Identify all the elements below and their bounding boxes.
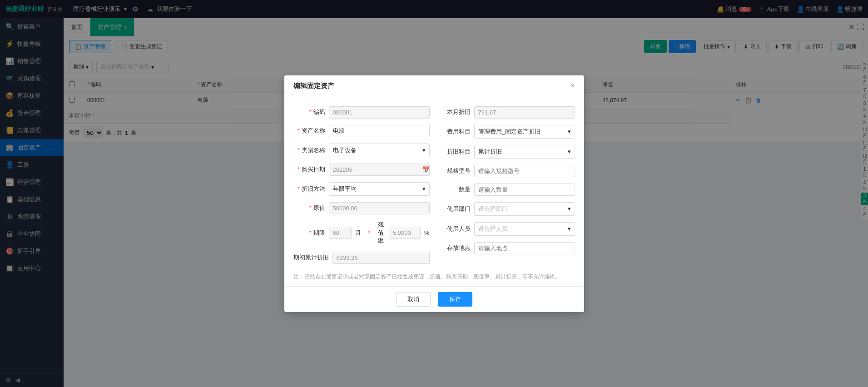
monthly-depreciation-row: 本月折旧 bbox=[439, 106, 575, 119]
modal-overlay: 编辑固定资产 × * 编码 * 资产名称 * 类别名称 bbox=[0, 0, 868, 387]
depreciation-method-select[interactable]: 年限平均 ▾ bbox=[329, 182, 430, 196]
right-column: 本月折旧 费用科目 管理费用_固定资产折旧 ▾ 折旧科目 累计折旧 bbox=[439, 106, 575, 264]
monthly-depreciation-label: 本月折旧 bbox=[439, 108, 471, 116]
person-placeholder: 请选择人员 bbox=[478, 225, 508, 233]
period-label: * 期限 bbox=[293, 229, 325, 237]
name-input[interactable] bbox=[329, 125, 430, 137]
period-input[interactable] bbox=[329, 227, 352, 239]
expense-account-row: 费用科目 管理费用_固定资产折旧 ▾ bbox=[439, 125, 575, 139]
category-select-chevron-icon: ▾ bbox=[422, 147, 426, 154]
department-placeholder: 请选择部门 bbox=[478, 205, 508, 213]
location-input[interactable] bbox=[474, 242, 575, 254]
cancel-button[interactable]: 取消 bbox=[396, 292, 431, 307]
category-value: 电子设备 bbox=[333, 146, 357, 154]
spec-row: 规格型号 bbox=[439, 165, 575, 177]
initial-depreciation-row: 期初累计折旧 bbox=[293, 252, 430, 264]
quantity-label: 数量 bbox=[439, 185, 471, 194]
department-chevron-icon: ▾ bbox=[568, 205, 571, 212]
category-row: * 类别名称 电子设备 ▾ bbox=[293, 144, 430, 157]
depreciation-account-label: 折旧科目 bbox=[439, 148, 471, 156]
modal-close-btn[interactable]: × bbox=[570, 82, 575, 90]
depreciation-account-select[interactable]: 累计折旧 ▾ bbox=[474, 145, 575, 159]
location-row: 存放地点 bbox=[439, 242, 575, 254]
location-label: 存放地点 bbox=[439, 244, 471, 252]
modal-body: * 编码 * 资产名称 * 类别名称 电子设备 ▾ bbox=[284, 97, 584, 273]
modal-title: 编辑固定资产 bbox=[293, 82, 334, 90]
quantity-input[interactable] bbox=[474, 184, 575, 196]
code-row: * 编码 bbox=[293, 106, 430, 119]
department-label: 使用部门 bbox=[439, 205, 471, 213]
person-chevron-icon: ▾ bbox=[568, 225, 571, 232]
period-unit-label: 月 bbox=[355, 229, 361, 237]
spec-label: 规格型号 bbox=[439, 167, 471, 175]
calendar-icon[interactable]: 📅 bbox=[422, 166, 430, 173]
residual-rate-label: 残值率 bbox=[378, 221, 385, 245]
edit-asset-modal: 编辑固定资产 × * 编码 * 资产名称 * 类别名称 bbox=[284, 75, 584, 312]
expense-account-label: 费用科目 bbox=[439, 128, 471, 136]
name-label: * 资产名称 bbox=[293, 127, 325, 135]
person-select[interactable]: 请选择人员 ▾ bbox=[474, 222, 575, 236]
modal-header: 编辑固定资产 × bbox=[284, 75, 584, 97]
original-value-label: * 原值 bbox=[293, 204, 325, 212]
original-value-input[interactable] bbox=[329, 202, 430, 214]
initial-depreciation-label: 期初累计折旧 bbox=[293, 253, 329, 262]
percent-unit-label: % bbox=[424, 229, 430, 236]
initial-depreciation-input[interactable] bbox=[332, 252, 430, 264]
depreciation-account-row: 折旧科目 累计折旧 ▾ bbox=[439, 145, 575, 159]
spec-input[interactable] bbox=[474, 165, 575, 177]
monthly-depreciation-input[interactable] bbox=[474, 106, 575, 119]
depreciation-account-value: 累计折旧 bbox=[478, 148, 502, 156]
residual-rate-input[interactable] bbox=[389, 227, 421, 239]
category-select[interactable]: 电子设备 ▾ bbox=[329, 144, 430, 157]
department-row: 使用部门 请选择部门 ▾ bbox=[439, 202, 575, 216]
department-select[interactable]: 请选择部门 ▾ bbox=[474, 202, 575, 216]
depreciation-method-chevron-icon: ▾ bbox=[422, 185, 426, 192]
modal-note: 注：已经存在变更记录或者对应固定资产已经生成凭证，原值、购买日期、残值率、累计折… bbox=[284, 273, 584, 286]
category-label: * 类别名称 bbox=[293, 146, 325, 154]
person-label: 使用人员 bbox=[439, 225, 471, 233]
note-text: 注：已经存在变更记录或者对应固定资产已经生成凭证，原值、购买日期、残值率、累计折… bbox=[293, 273, 560, 280]
depreciation-method-row: * 折旧方法 年限平均 ▾ bbox=[293, 182, 430, 196]
quantity-row: 数量 bbox=[439, 184, 575, 196]
modal-footer: 取消 保存 bbox=[284, 286, 584, 312]
period-row: * 期限 月 * 残值率 % bbox=[293, 221, 430, 245]
expense-account-value: 管理费用_固定资产折旧 bbox=[478, 128, 541, 136]
depreciation-method-label: * 折旧方法 bbox=[293, 185, 325, 193]
purchase-date-label: * 购买日期 bbox=[293, 165, 325, 174]
purchase-date-row: * 购买日期 📅 bbox=[293, 164, 430, 176]
person-row: 使用人员 请选择人员 ▾ bbox=[439, 222, 575, 236]
purchase-date-input[interactable] bbox=[329, 164, 430, 176]
code-input[interactable] bbox=[329, 106, 430, 119]
expense-account-chevron-icon: ▾ bbox=[568, 128, 571, 135]
depreciation-method-value: 年限平均 bbox=[333, 185, 357, 193]
save-button[interactable]: 保存 bbox=[438, 292, 472, 307]
expense-account-select[interactable]: 管理费用_固定资产折旧 ▾ bbox=[474, 125, 575, 139]
left-column: * 编码 * 资产名称 * 类别名称 电子设备 ▾ bbox=[293, 106, 430, 264]
depreciation-account-chevron-icon: ▾ bbox=[568, 148, 571, 155]
code-label: * 编码 bbox=[293, 108, 325, 116]
original-value-row: * 原值 bbox=[293, 202, 430, 214]
name-row: * 资产名称 bbox=[293, 125, 430, 137]
